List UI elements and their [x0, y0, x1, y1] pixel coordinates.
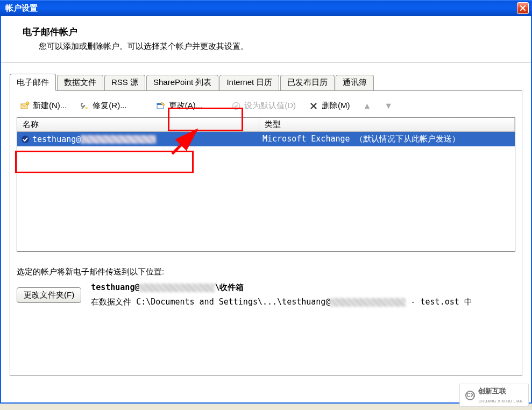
- window-title: 帐户设置: [5, 3, 38, 13]
- account-type: Microsoft Exchange （默认情况下从此帐户发送）: [259, 132, 515, 146]
- header-section: 电子邮件帐户 您可以添加或删除帐户。可以选择某个帐户并更改其设置。: [1, 16, 531, 63]
- account-name-prefix: testhuang@: [32, 135, 81, 144]
- data-file-prefix: 在数据文件 C:\Documents and Settings\...\test…: [91, 297, 330, 307]
- default-account-icon: [20, 135, 30, 144]
- data-file-suffix: - test.ost 中: [406, 297, 472, 307]
- redacted-domain: [330, 298, 406, 307]
- redacted-domain: [81, 135, 156, 144]
- change-folder-button[interactable]: 更改文件夹(F): [17, 287, 81, 303]
- watermark: CX 创新互联 CHUANG XIN HU LIAN: [459, 384, 529, 407]
- svg-point-6: [22, 136, 29, 143]
- change-button[interactable]: 更改(A)...: [154, 100, 205, 112]
- header-description: 您可以添加或删除帐户。可以选择某个帐户并更改其设置。: [39, 41, 515, 52]
- repair-icon: [80, 101, 89, 111]
- delete-button[interactable]: 删除(M): [307, 100, 352, 112]
- new-button[interactable]: 新建(N)...: [18, 100, 69, 112]
- move-down-button: ▼: [382, 100, 395, 112]
- watermark-sub: CHUANG XIN HU LIAN: [478, 399, 523, 403]
- svg-point-1: [26, 102, 29, 105]
- watermark-text: 创新互联: [478, 387, 506, 395]
- col-header-name[interactable]: 名称: [17, 118, 259, 131]
- close-button[interactable]: [517, 2, 529, 14]
- set-default-button: 设为默认值(D): [229, 100, 298, 112]
- delivery-section: 选定的帐户将新电子邮件传送到以下位置: 更改文件夹(F) testhuang@\…: [17, 267, 515, 307]
- delivery-label: 选定的帐户将新电子邮件传送到以下位置:: [17, 267, 515, 277]
- check-circle-icon: [231, 101, 241, 111]
- tab-sharepoint[interactable]: SharePoint 列表: [146, 75, 218, 90]
- titlebar: 帐户设置: [0, 0, 532, 16]
- account-list: 名称 类型 testhuang@ Microsoft Exchange （默认情…: [17, 117, 515, 252]
- table-row[interactable]: testhuang@ Microsoft Exchange （默认情况下从此帐户…: [17, 132, 515, 146]
- tab-strip: 电子邮件 数据文件 RSS 源 SharePoint 列表 Internet 日…: [1, 63, 531, 90]
- new-icon: [20, 101, 30, 111]
- tab-panel-email: 新建(N)... 修复(R)... 更改(A)... 设为默认值(D): [10, 90, 522, 376]
- move-up-button: ▲: [360, 100, 373, 112]
- tab-published-calendar[interactable]: 已发布日历: [280, 75, 335, 90]
- svg-point-2: [86, 107, 88, 109]
- header-title: 电子邮件帐户: [23, 26, 515, 38]
- repair-button[interactable]: 修复(R)...: [77, 100, 129, 112]
- delete-icon: [309, 101, 318, 111]
- tab-internet-calendar[interactable]: Internet 日历: [219, 75, 279, 90]
- toolbar: 新建(N)... 修复(R)... 更改(A)... 设为默认值(D): [17, 98, 515, 117]
- col-header-type[interactable]: 类型: [259, 118, 515, 131]
- watermark-icon: CX: [465, 391, 475, 400]
- redacted-domain: [139, 284, 215, 292]
- delivery-path-prefix: testhuang@: [91, 282, 139, 292]
- dialog-body: 电子邮件帐户 您可以添加或删除帐户。可以选择某个帐户并更改其设置。 电子邮件 数…: [0, 16, 532, 404]
- delivery-path-suffix: \收件箱: [215, 282, 244, 292]
- tab-rss[interactable]: RSS 源: [104, 75, 145, 90]
- list-header: 名称 类型: [17, 118, 515, 132]
- tab-data-files[interactable]: 数据文件: [57, 75, 103, 90]
- tab-address-book[interactable]: 通讯簿: [336, 75, 374, 90]
- tab-email[interactable]: 电子邮件: [10, 74, 56, 91]
- change-icon: [156, 101, 166, 111]
